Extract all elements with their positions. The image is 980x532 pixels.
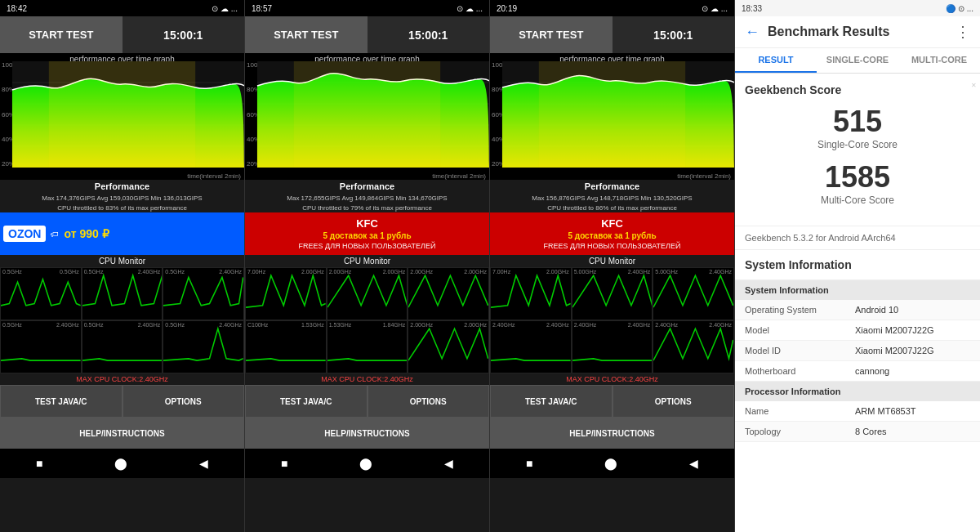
top-bar-3: START TEST 15:00:1 [490,16,734,53]
cpu-cell-1-1: 0.5GHz0.5GHz [0,267,82,320]
system-info-section: System Information System Information Op… [735,250,980,442]
help-button-3[interactable]: HELP/INSTRUCTIONS [490,418,734,449]
cpu-cell-1-6: 0.5GHz2.40GHz [163,320,244,373]
cpu-grid-1: 0.5GHz0.5GHz 0.5GHz2.40GHz 0.5GHz2.40GHz [0,267,244,373]
model-value: Xiaomi M2007J22G [845,320,980,341]
phone-panel-2: 18:57 ⊙ ☁ ... START TEST 15:00:1 perform… [245,0,490,532]
cpu-grid-2: 7.00Hz2.00GHz 2.00GHz2.00GHz 2.00GHz2.00… [245,267,489,373]
nav-back-1[interactable]: ◀ [199,457,208,470]
cpu-cell-1-5: 0.5GHz2.40GHz [82,320,163,373]
cpu-name-value: ARM MT6853T [845,401,980,422]
nav-back-2[interactable]: ◀ [444,457,453,470]
cpu-name-label: Name [735,401,845,422]
cpu-cell-3-6: 2.40GHz2.40GHz [653,320,734,373]
kfc-logo: KFC [356,217,378,230]
svg-rect-7 [82,268,163,320]
cpu-cell-3-2: 5.00GHz2.40GHz [572,267,653,320]
cpu-monitor-label-3: CPU Monitor [490,255,734,267]
nav-stop-2[interactable]: ■ [281,457,287,470]
nav-home-2[interactable]: ⬤ [359,457,372,470]
perf-svg-1 [0,61,244,180]
start-test-button-1[interactable]: START TEST [0,16,122,53]
cpu-cell-3-3: 5.00GHz2.40GHz [653,267,734,320]
geekbench-version: Geekbench 5.3.2 for Android AArch64 [735,226,980,250]
max-cpu-2: MAX CPU CLOCK:2.40GHz [245,373,489,385]
options-button-1[interactable]: OPTIONS [122,385,245,418]
perf-stats-1: Max 174,376GIPS Avg 159,030GIPS Min 136,… [0,193,244,203]
perf-svg-3 [490,61,734,180]
more-options-icon[interactable]: ⋮ [956,23,970,41]
ad-3: KFC 5 доставок за 1 рубль FREES ДЛЯ НОВЫ… [490,212,734,255]
system-info-title: System Information [735,250,980,280]
cpu-grid-3: 7.00Hz2.00GHz 5.00GHz2.40GHz 5.00GHz2.40… [490,267,734,373]
test-java-button-2[interactable]: TEST JAVA/C [245,385,368,418]
nav-back-3[interactable]: ◀ [689,457,698,470]
time-label-3: time(interval 2min) [677,172,731,180]
ad-1: OZON 🏷 от 990 ₽ ✕ [0,212,244,255]
system-info-header: System Information [735,280,980,300]
results-tabs: RESULT SINGLE-CORE MULTI-CORE [735,48,980,74]
max-cpu-3: MAX CPU CLOCK:2.40GHz [490,373,734,385]
status-time-1: 18:42 [7,4,27,13]
cpu-cell-1-2: 0.5GHz2.40GHz [82,267,163,320]
ozon-logo: OZON [3,226,46,242]
svg-rect-21 [246,321,326,373]
options-button-2[interactable]: OPTIONS [368,385,490,418]
tab-single-core[interactable]: SINGLE-CORE [817,48,898,73]
phones-container: 18:42 ⊙ ☁ ... START TEST 15:00:1 perform… [0,0,735,532]
tab-multi-core[interactable]: MULTI-CORE [898,48,980,73]
top-bar-2: START TEST 15:00:1 [245,16,489,53]
perf-svg-2 [245,61,489,180]
system-info-header-row: System Information [735,280,980,300]
tab-result[interactable]: RESULT [735,48,817,73]
topology-label: Topology [735,422,845,442]
single-core-label: Single-Core Score [745,139,970,150]
timer-3: 15:00:1 [612,16,735,53]
perf-stats-3: Max 156,876GIPS Avg 148,718GIPS Min 130,… [490,193,734,203]
cpu-cell-1-4: 0.5GHz2.40GHz [0,320,82,373]
processor-info-header: Processor Information [735,382,980,402]
svg-rect-34 [572,321,653,373]
motherboard-label: Motherboard [735,361,845,382]
options-button-3[interactable]: OPTIONS [612,385,735,418]
status-bar-3: 20:19 ⊙ ☁ ... [490,0,734,16]
test-java-button-1[interactable]: TEST JAVA/C [0,385,122,418]
start-test-button-2[interactable]: START TEST [245,16,368,53]
nav-stop-3[interactable]: ■ [526,457,532,470]
table-row-topology: Topology 8 Cores [735,422,980,442]
multi-core-score: 1585 [745,160,970,194]
svg-rect-22 [327,321,408,373]
bottom-buttons-2: TEST JAVA/C OPTIONS [245,385,489,418]
start-test-button-3[interactable]: START TEST [490,16,612,53]
timer-2: 15:00:1 [368,16,490,53]
single-core-score: 515 [745,105,970,139]
model-id-value: Xiaomi M2007J22G [845,341,980,361]
svg-rect-11 [163,321,243,373]
processor-info-header-row: Processor Information [735,382,980,402]
help-button-2[interactable]: HELP/INSTRUCTIONS [245,418,489,449]
throttle-2: CPU throttled to 79% of its max performa… [245,203,489,212]
nav-home-3[interactable]: ⬤ [604,457,617,470]
score-title: Geekbench Score [745,83,970,96]
svg-rect-17 [294,61,440,168]
nav-home-1[interactable]: ⬤ [114,457,127,470]
system-info-table: System Information Operating System Andr… [735,280,980,442]
nav-bar-1: ■ ⬤ ◀ [0,449,244,478]
cpu-cell-3-5: 2.40GHz2.40GHz [572,320,653,373]
table-row-model-id: Model ID Xiaomi M2007J22G [735,341,980,361]
kfc-promo: 5 доставок за 1 рубль [323,231,411,240]
svg-rect-9 [1,321,81,373]
cpu-cell-2-1: 7.00Hz2.00GHz [245,267,327,320]
cpu-cell-3-1: 7.00Hz2.00GHz [490,267,572,320]
timer-1: 15:00:1 [122,16,245,53]
back-button[interactable]: ← [745,24,760,41]
results-status-bar: 18:33 🔵 ⊙ ... [735,0,980,16]
svg-rect-5 [49,61,195,168]
nav-stop-1[interactable]: ■ [36,457,42,470]
perf-graph-2: performance over time graph 100% 80% 60%… [245,53,489,180]
help-button-1[interactable]: HELP/INSTRUCTIONS [0,418,244,449]
multi-core-label: Multi-Core Score [745,194,970,206]
results-title: Benchmark Results [768,25,947,39]
bottom-buttons-3: TEST JAVA/C OPTIONS [490,385,734,418]
test-java-button-3[interactable]: TEST JAVA/C [490,385,612,418]
